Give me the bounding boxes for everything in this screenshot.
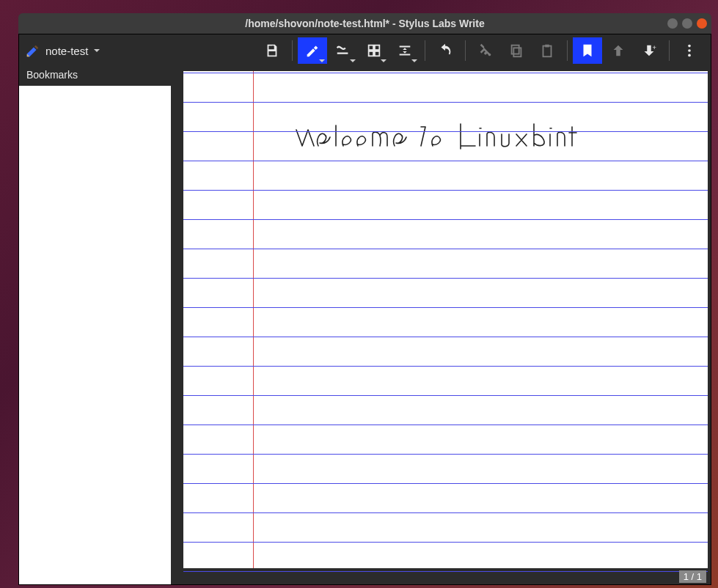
save-button[interactable]	[257, 37, 287, 64]
sidebar-header: Bookmarks	[19, 67, 172, 86]
cut-button[interactable]	[471, 37, 500, 64]
view-grid-button[interactable]	[359, 37, 389, 64]
svg-point-10	[688, 45, 691, 48]
svg-rect-7	[543, 46, 552, 57]
svg-rect-5	[513, 48, 521, 56]
menu-icon	[681, 43, 697, 59]
page[interactable]	[183, 71, 708, 568]
cut-icon	[477, 43, 494, 59]
ruled-line	[183, 278, 708, 279]
close-button[interactable]	[697, 18, 707, 29]
window-title: /home/shovon/note-test.html* - Stylus La…	[245, 18, 484, 29]
pencil-doc-icon	[25, 43, 41, 59]
down-add-icon: +	[641, 43, 657, 59]
bookmark-button[interactable]	[573, 37, 602, 64]
svg-rect-2	[375, 45, 379, 50]
ruled-line	[183, 190, 708, 191]
svg-rect-3	[369, 51, 373, 56]
page-down-add-button[interactable]: +	[634, 37, 664, 64]
ruled-line	[183, 219, 708, 220]
svg-point-11	[688, 49, 691, 52]
ruled-line	[183, 161, 708, 161]
stroke-style-button[interactable]	[329, 37, 358, 64]
svg-rect-1	[369, 45, 373, 50]
ruled-line	[183, 337, 708, 337]
margin-line	[253, 71, 254, 568]
svg-rect-6	[512, 45, 519, 54]
pen-icon	[304, 43, 320, 59]
copy-button[interactable]	[502, 37, 531, 64]
paste-button[interactable]	[532, 37, 562, 64]
window-controls	[667, 18, 707, 29]
ruled-line	[183, 131, 708, 132]
insert-space-button[interactable]	[390, 37, 420, 64]
svg-point-12	[688, 54, 691, 57]
canvas-area[interactable]: 1 / 1	[172, 67, 711, 584]
app-body: Bookmarks 1 / 1	[19, 67, 711, 584]
ruled-line	[183, 366, 708, 367]
copy-icon	[508, 43, 524, 59]
bookmarks-sidebar: Bookmarks	[19, 67, 172, 584]
overflow-menu-button[interactable]	[675, 37, 704, 64]
app-window: note-test	[18, 34, 711, 585]
ruled-line	[183, 73, 708, 73]
grid-icon	[366, 43, 382, 59]
svg-rect-0	[272, 46, 274, 49]
ruled-line	[183, 102, 708, 103]
bookmark-icon	[579, 43, 596, 59]
minimize-button[interactable]	[667, 18, 678, 29]
insert-space-icon	[397, 43, 413, 59]
document-name: note-test	[45, 45, 88, 57]
svg-text:+: +	[653, 44, 656, 51]
page-indicator: 1 / 1	[679, 570, 706, 583]
svg-rect-4	[375, 51, 379, 56]
undo-icon	[437, 43, 453, 59]
toolbar: note-test	[19, 34, 711, 67]
stroke-style-icon	[335, 43, 351, 59]
ruled-line	[183, 454, 708, 455]
ruled-line	[183, 483, 708, 484]
ruled-line	[183, 395, 708, 396]
bookmarks-list[interactable]	[19, 86, 172, 584]
paste-icon	[539, 43, 555, 59]
ruled-line	[183, 542, 708, 543]
ruled-line	[183, 512, 708, 513]
svg-rect-8	[545, 45, 549, 48]
ruled-line	[183, 307, 708, 308]
window-titlebar: /home/shovon/note-test.html* - Stylus La…	[18, 13, 711, 34]
ruled-line	[183, 249, 708, 249]
page-up-button[interactable]	[604, 37, 633, 64]
maximize-button[interactable]	[682, 18, 692, 29]
up-arrow-icon	[610, 43, 626, 59]
undo-button[interactable]	[431, 37, 460, 64]
document-title-button[interactable]: note-test	[25, 43, 100, 59]
ruled-line	[183, 425, 708, 425]
ruled-line	[183, 571, 708, 572]
save-icon	[264, 43, 280, 59]
pen-tool-button[interactable]	[298, 37, 327, 64]
handwritten-text	[293, 120, 616, 156]
